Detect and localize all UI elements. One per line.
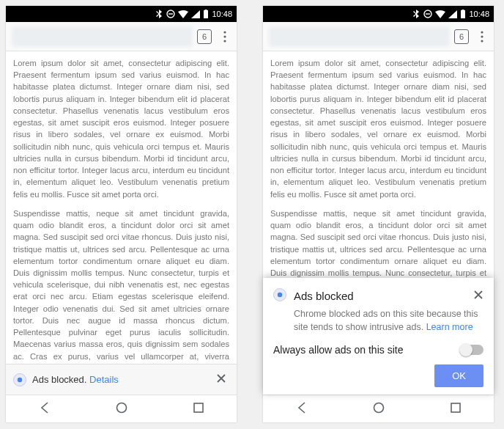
sheet-title: Ads blocked xyxy=(294,290,466,302)
snackbar-text: Ads blocked. Details xyxy=(32,374,207,385)
home-icon[interactable] xyxy=(115,401,128,417)
back-icon[interactable] xyxy=(38,401,51,417)
svg-point-19 xyxy=(278,293,282,297)
chrome-icon xyxy=(273,288,286,304)
do-not-disturb-icon xyxy=(423,10,432,18)
ok-button[interactable]: OK xyxy=(434,364,483,387)
svg-rect-2 xyxy=(204,10,208,18)
tab-switcher[interactable]: 6 xyxy=(197,29,212,44)
url-field[interactable]: websitewithannoyingads.com xyxy=(269,26,450,47)
toggle-label: Always allow ads on this site xyxy=(273,344,403,356)
svg-rect-13 xyxy=(461,10,465,18)
android-navbar xyxy=(263,395,494,422)
battery-icon xyxy=(460,10,466,18)
omnibox: websitewithannoyingads.com 6 xyxy=(6,22,237,51)
recents-icon[interactable] xyxy=(450,402,462,417)
bluetooth-icon xyxy=(413,10,420,18)
do-not-disturb-icon xyxy=(166,10,175,18)
learn-more-link[interactable]: Learn more xyxy=(426,322,473,332)
svg-point-6 xyxy=(223,40,226,42)
svg-rect-14 xyxy=(462,10,464,11)
overflow-menu-icon[interactable] xyxy=(473,28,491,45)
back-icon[interactable] xyxy=(295,401,308,417)
chrome-icon xyxy=(13,373,26,386)
svg-point-5 xyxy=(223,35,226,37)
svg-point-8 xyxy=(18,377,22,381)
svg-rect-10 xyxy=(194,403,203,412)
close-icon[interactable] xyxy=(213,370,229,389)
svg-rect-21 xyxy=(451,403,460,412)
sheet-description: Chrome blocked ads on this site because … xyxy=(294,308,483,334)
wifi-icon xyxy=(435,10,445,18)
home-icon[interactable] xyxy=(372,401,385,417)
ads-blocked-snackbar: Ads blocked. Details xyxy=(6,364,237,395)
cellular-icon xyxy=(191,10,200,18)
paragraph: Lorem ipsum dolor sit amet, consectetur … xyxy=(13,57,229,200)
allow-ads-toggle[interactable] xyxy=(460,345,483,355)
snackbar-title: Ads blocked. xyxy=(32,374,86,385)
phone-left: 10:48 websitewithannoyingads.com 6 Lorem… xyxy=(6,6,237,422)
svg-rect-12 xyxy=(426,13,430,14)
svg-point-9 xyxy=(117,403,127,412)
paragraph: Suspendisse mattis, neque sit amet tinci… xyxy=(13,208,229,374)
tab-switcher[interactable]: 6 xyxy=(454,29,469,44)
svg-rect-1 xyxy=(168,13,173,14)
cellular-icon xyxy=(448,10,457,18)
svg-point-15 xyxy=(481,31,483,33)
wifi-icon xyxy=(178,10,188,18)
close-icon[interactable] xyxy=(473,290,483,302)
battery-icon xyxy=(203,10,209,18)
svg-point-17 xyxy=(481,40,483,42)
overflow-menu-icon[interactable] xyxy=(216,28,234,45)
omnibox: websitewithannoyingads.com 6 xyxy=(263,22,494,51)
snackbar-details-link[interactable]: Details xyxy=(89,374,119,385)
paragraph: Lorem ipsum dolor sit amet, consectetur … xyxy=(270,57,486,200)
status-bar: 10:48 xyxy=(6,6,237,22)
svg-rect-3 xyxy=(205,10,207,11)
ads-blocked-sheet: Ads blocked Chrome blocked ads on this s… xyxy=(263,278,494,395)
page-content: Lorem ipsum dolor sit amet, consectetur … xyxy=(6,51,237,395)
recents-icon[interactable] xyxy=(193,402,204,417)
svg-point-4 xyxy=(223,31,226,33)
clock-text: 10:48 xyxy=(469,10,489,18)
svg-point-20 xyxy=(374,403,384,412)
phone-right: 10:48 websitewithannoyingads.com 6 Lorem… xyxy=(263,6,494,422)
svg-point-16 xyxy=(481,35,483,37)
url-field[interactable]: websitewithannoyingads.com xyxy=(12,26,193,47)
status-bar: 10:48 xyxy=(263,6,494,22)
android-navbar xyxy=(6,395,237,422)
bluetooth-icon xyxy=(156,10,163,18)
clock-text: 10:48 xyxy=(212,10,232,18)
